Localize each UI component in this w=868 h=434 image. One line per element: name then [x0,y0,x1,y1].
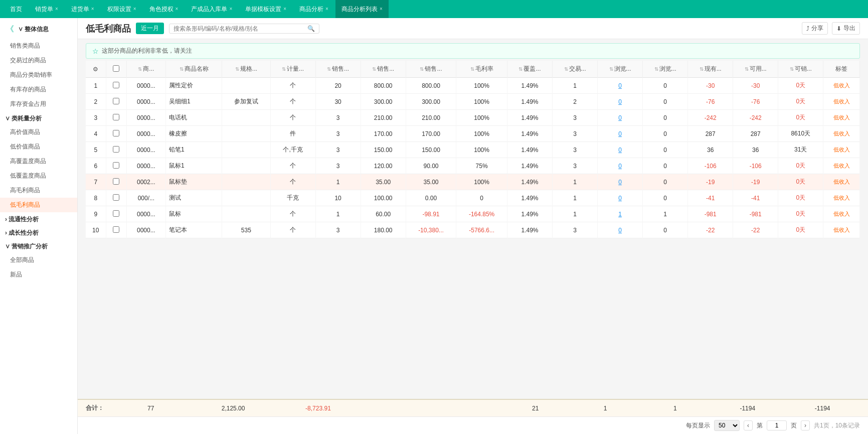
th-checkbox[interactable] [106,61,126,78]
th-settings[interactable]: ⚙ [86,61,106,78]
th-sales-profit[interactable]: ⇅销售... [406,61,456,78]
sidebar-item-capital-usage[interactable]: 库存资金占用 [0,97,77,111]
row-checkbox[interactable] [106,206,126,222]
th-saleable[interactable]: ⇅可销... [778,61,823,78]
sidebar-section-growth[interactable]: › 成长性分析 [0,226,77,239]
th-current-stock[interactable]: ⇅现有... [688,61,733,78]
th-name[interactable]: ⇅商品名称 [166,61,222,78]
row-select-checkbox[interactable] [113,82,119,88]
date-filter-button[interactable]: 近一月 [136,23,164,34]
nav-close-icon[interactable]: × [176,0,179,18]
row-select-checkbox[interactable] [113,146,119,153]
sidebar-item-high-value[interactable]: 高价值商品 [0,125,77,139]
nav-product-entry[interactable]: 产成品入库单 × [185,0,238,18]
th-spec[interactable]: ⇅规格... [222,61,270,78]
row-checkbox[interactable] [106,78,126,94]
nav-close-icon[interactable]: × [380,0,383,18]
nav-close-icon[interactable]: × [325,0,328,18]
row-select-checkbox[interactable] [113,130,119,136]
row-checkbox[interactable] [106,126,126,142]
row-sales-profit: 800.00 [406,78,456,94]
row-browse1[interactable]: 0 [598,94,643,110]
nav-product-analysis[interactable]: 商品分析 × [293,0,334,18]
share-button[interactable]: ⤴ 分享 [802,22,828,35]
search-icon[interactable]: 🔍 [307,25,315,32]
page-number-input[interactable] [767,420,787,430]
th-sales-amount[interactable]: ⇅销售... [361,61,406,78]
nav-close-icon[interactable]: × [133,0,136,18]
row-select-checkbox[interactable] [113,98,119,104]
sidebar-item-low-coverage[interactable]: 低覆盖度商品 [0,169,77,183]
per-page-select[interactable]: 50 100 200 [714,420,740,431]
th-coverage[interactable]: ⇅覆盖... [507,61,552,78]
row-browse1[interactable]: 0 [598,126,643,142]
select-all-checkbox[interactable] [113,65,119,72]
next-page-button[interactable]: › [801,420,810,430]
row-name: 鼠标1 [166,158,222,174]
row-browse1[interactable]: 0 [598,174,643,190]
prev-page-button[interactable]: ‹ [744,420,753,430]
row-browse1[interactable]: 0 [598,78,643,94]
sidebar-section-consumption[interactable]: ∨ 类耗量分析 [0,111,77,125]
row-select-checkbox[interactable] [113,178,119,185]
row-no: 9 [86,206,106,222]
sidebar-item-all-products[interactable]: 全部商品 [0,253,77,267]
row-select-checkbox[interactable] [113,226,119,233]
row-checkbox[interactable] [106,222,126,238]
row-browse1[interactable]: 0 [598,142,643,158]
sidebar-item-low-value[interactable]: 低价值商品 [0,139,77,154]
row-checkbox[interactable] [106,174,126,190]
nav-close-icon[interactable]: × [283,0,286,18]
th-browse1[interactable]: ⇅浏览... [598,61,643,78]
row-browse1[interactable]: 0 [598,190,643,206]
row-checkbox[interactable] [106,158,126,174]
row-checkbox[interactable] [106,94,126,110]
sort-icon: ⇅ [700,66,704,72]
nav-home[interactable]: 首页 [4,0,28,18]
search-input[interactable] [173,25,305,32]
sidebar-collapse-button[interactable]: 《 [4,22,16,37]
row-checkbox[interactable] [106,190,126,206]
sidebar-item-low-margin[interactable]: 低毛利商品 [0,198,77,212]
row-browse1[interactable]: 0 [598,222,643,238]
th-transaction[interactable]: ⇅交易... [553,61,598,78]
sidebar-item-new-products[interactable]: 新品 [0,267,77,282]
sidebar-section-circulation[interactable]: › 流通性分析 [0,212,77,226]
row-browse1[interactable]: 1 [598,206,643,222]
nav-product-analysis-list[interactable]: 商品分析列表 × [335,0,389,18]
th-gross-margin[interactable]: ⇅毛利率 [456,61,507,78]
nav-permissions[interactable]: 权限设置 × [101,0,142,18]
settings-icon[interactable]: ⚙ [93,66,98,73]
th-browse2[interactable]: ⇅浏览... [643,61,688,78]
nav-close-icon[interactable]: × [55,0,58,18]
row-browse1[interactable]: 0 [598,110,643,126]
nav-sales-order[interactable]: 销货单 × [29,0,64,18]
sidebar-item-category-rate[interactable]: 商品分类助销率 [0,68,77,82]
sidebar-item-high-coverage[interactable]: 高覆盖度商品 [0,154,77,169]
nav-purchase-order[interactable]: 进货单 × [65,0,100,18]
th-code[interactable]: ⇅商... [126,61,166,78]
row-select-checkbox[interactable] [113,210,119,217]
row-browse1[interactable]: 0 [598,158,643,174]
row-checkbox[interactable] [106,110,126,126]
nav-role-auth[interactable]: 角色授权 × [143,0,185,18]
sidebar-item-stock-products[interactable]: 有库存的商品 [0,82,77,97]
sidebar-section-marketing[interactable]: ∨ 营销推广分析 [0,239,77,253]
row-coverage: 1.49% [507,78,552,94]
row-checkbox[interactable] [106,142,126,158]
sort-icon: ⇅ [138,66,142,72]
row-select-checkbox[interactable] [113,194,119,201]
th-tag[interactable]: 标签 [823,61,860,78]
th-sales-qty[interactable]: ⇅销售... [315,61,361,78]
th-unit[interactable]: ⇅计量... [270,61,315,78]
sidebar-item-sales-products[interactable]: 销售类商品 [0,39,77,53]
sidebar-item-traded-products[interactable]: 交易过的商品 [0,53,77,68]
nav-template-settings[interactable]: 单据模板设置 × [239,0,292,18]
sidebar-item-high-margin[interactable]: 高毛利商品 [0,183,77,198]
row-select-checkbox[interactable] [113,114,119,120]
export-button[interactable]: ⬇ 导出 [832,22,860,35]
th-available[interactable]: ⇅可用... [733,61,778,78]
nav-close-icon[interactable]: × [229,0,232,18]
nav-close-icon[interactable]: × [91,0,94,18]
row-select-checkbox[interactable] [113,162,119,169]
